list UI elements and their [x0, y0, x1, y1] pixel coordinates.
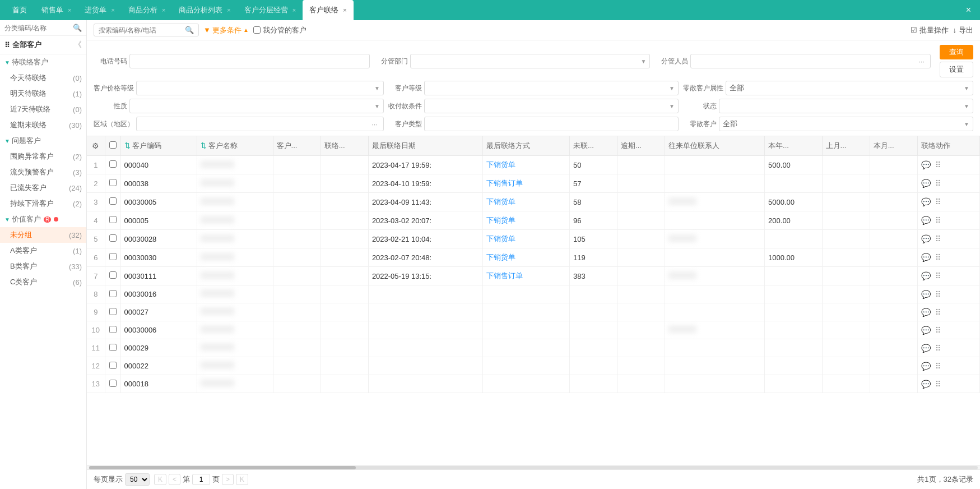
grid-action-icon[interactable]: ⠿: [935, 362, 941, 371]
row-checkbox[interactable]: [109, 380, 117, 387]
prev-page-btn[interactable]: <: [169, 474, 180, 485]
my-customers-checkbox[interactable]: 我分管的客户: [253, 25, 306, 35]
sidebar-collapse-btn[interactable]: 《: [74, 40, 82, 50]
person-dots[interactable]: ···: [916, 57, 927, 66]
th-overdue[interactable]: 逾期...: [617, 136, 665, 156]
search-icon[interactable]: 🔍: [185, 26, 194, 34]
message-icon[interactable]: 💬: [921, 326, 931, 335]
sidebar-group-value[interactable]: ▼ 价值客户 R: [0, 211, 86, 227]
search-input[interactable]: [99, 26, 183, 34]
grid-action-icon[interactable]: ⠿: [935, 216, 941, 225]
price-level-select[interactable]: ▼: [136, 81, 384, 95]
grid-action-icon[interactable]: ⠿: [935, 179, 941, 188]
message-icon[interactable]: 💬: [921, 380, 931, 389]
message-icon[interactable]: 💬: [921, 160, 931, 169]
dept-select[interactable]: ▼: [410, 54, 651, 68]
sidebar-search-icon[interactable]: 🔍: [73, 24, 82, 32]
page-size-dropdown[interactable]: 50: [125, 473, 150, 486]
grid-action-icon[interactable]: ⠿: [935, 234, 941, 243]
nav-home[interactable]: 首页: [4, 5, 35, 15]
retail-attr-select[interactable]: 全部 ▼: [726, 81, 973, 95]
row-checkbox-cell[interactable]: [105, 375, 120, 393]
batch-ops-btn[interactable]: ☑ 批量操作: [911, 25, 949, 35]
reset-btn[interactable]: 设置: [940, 62, 973, 77]
customer-type-select[interactable]: [424, 117, 679, 131]
grid-action-icon[interactable]: ⠿: [935, 197, 941, 206]
sidebar-search-input[interactable]: [4, 24, 71, 32]
grid-action-icon[interactable]: ⠿: [935, 380, 941, 389]
sidebar-item-overdue-pending[interactable]: 逾期未联络 (30): [0, 117, 86, 133]
my-customers-check[interactable]: [253, 26, 261, 34]
phone-input[interactable]: [129, 54, 370, 68]
th-this-month[interactable]: 本月...: [870, 136, 917, 156]
gear-icon[interactable]: ⚙: [92, 141, 99, 150]
last-contact-method[interactable]: [482, 375, 569, 393]
row-checkbox-cell[interactable]: [105, 174, 120, 193]
grid-action-icon[interactable]: ⠿: [935, 344, 941, 353]
sidebar-item-hoarding[interactable]: 囤购异常客户 (2): [0, 149, 86, 164]
sidebar-group-problem[interactable]: ▼ 问题客户: [0, 133, 86, 149]
row-checkbox[interactable]: [109, 308, 117, 315]
last-contact-method[interactable]: [482, 321, 569, 339]
scrollbar-thumb[interactable]: [89, 466, 356, 469]
row-checkbox-cell[interactable]: [105, 357, 120, 375]
contact-method-link[interactable]: 下销售订单: [486, 271, 523, 280]
window-close-btn[interactable]: ×: [962, 3, 976, 17]
contact-method-link[interactable]: 下销货单: [486, 216, 515, 224]
close-sales-tab[interactable]: ×: [68, 7, 71, 13]
th-no-contact[interactable]: 未联...: [570, 136, 617, 156]
first-page-btn[interactable]: K: [154, 474, 166, 485]
th-type[interactable]: 客户...: [273, 136, 321, 156]
last-page-btn[interactable]: K: [236, 474, 248, 485]
sidebar-all-customers[interactable]: ⠿ 全部客户 《: [0, 36, 86, 54]
contact-method-link[interactable]: 下销货单: [486, 197, 515, 206]
row-checkbox[interactable]: [109, 179, 117, 186]
last-contact-method[interactable]: 下销货单: [482, 156, 569, 174]
grid-action-icon[interactable]: ⠿: [935, 271, 941, 280]
close-analysis-tab[interactable]: ×: [162, 7, 165, 13]
contact-method-link[interactable]: 下销货单: [486, 160, 515, 169]
region-dots[interactable]: ···: [369, 120, 380, 128]
next-page-btn[interactable]: >: [222, 474, 234, 485]
grid-action-icon[interactable]: ⠿: [935, 253, 941, 262]
row-checkbox[interactable]: [109, 290, 117, 297]
message-icon[interactable]: 💬: [921, 197, 931, 206]
customer-level-select[interactable]: ▼: [424, 81, 679, 95]
last-contact-method[interactable]: [482, 303, 569, 321]
last-contact-method[interactable]: 下销货单: [482, 248, 569, 267]
status-select[interactable]: ▼: [719, 99, 973, 113]
nav-tab-purchase[interactable]: 进货单 ×: [78, 0, 121, 20]
sidebar-item-ungrouped[interactable]: 未分组 (32): [0, 227, 86, 243]
sidebar-group-pending[interactable]: ▼ 待联络客户: [0, 54, 86, 70]
sidebar-item-class-a[interactable]: A类客户 (1): [0, 243, 86, 259]
message-icon[interactable]: 💬: [921, 362, 931, 371]
sidebar-item-tomorrow-pending[interactable]: 明天待联络 (1): [0, 86, 86, 102]
message-icon[interactable]: 💬: [921, 290, 931, 299]
last-contact-method[interactable]: 下销售订单: [482, 174, 569, 193]
row-checkbox[interactable]: [109, 197, 117, 205]
query-btn[interactable]: 查询: [940, 45, 973, 59]
close-purchase-tab[interactable]: ×: [111, 7, 114, 13]
th-this-year[interactable]: 本年...: [765, 136, 823, 156]
row-checkbox-cell[interactable]: [105, 303, 120, 321]
more-conditions-btn[interactable]: ▼ 更多条件 ▲: [203, 25, 249, 35]
row-checkbox-cell[interactable]: [105, 211, 120, 230]
scrollbar-track[interactable]: [89, 466, 978, 469]
message-icon[interactable]: 💬: [921, 271, 931, 280]
horizontal-scrollbar[interactable]: [87, 465, 980, 469]
export-btn[interactable]: ↓ 导出: [953, 25, 974, 35]
th-last-method[interactable]: 最后联络方式: [482, 136, 569, 156]
sidebar-item-7days-pending[interactable]: 近7天待联络 (0): [0, 102, 86, 117]
row-checkbox-cell[interactable]: [105, 339, 120, 357]
last-contact-method[interactable]: [482, 339, 569, 357]
row-checkbox-cell[interactable]: [105, 267, 120, 285]
nav-tab-analysis[interactable]: 商品分析 ×: [122, 0, 172, 20]
retail-customer-select[interactable]: 全部 ▼: [719, 117, 973, 131]
last-contact-method[interactable]: [482, 357, 569, 375]
nav-tab-customer-mgmt[interactable]: 客户分层经营 ×: [238, 0, 303, 20]
row-checkbox[interactable]: [109, 253, 117, 260]
th-code[interactable]: ⇅ 客户编码: [120, 136, 197, 156]
page-input[interactable]: [192, 474, 210, 485]
sidebar-item-churned[interactable]: 已流失客户 (24): [0, 180, 86, 196]
row-checkbox-cell[interactable]: [105, 193, 120, 211]
